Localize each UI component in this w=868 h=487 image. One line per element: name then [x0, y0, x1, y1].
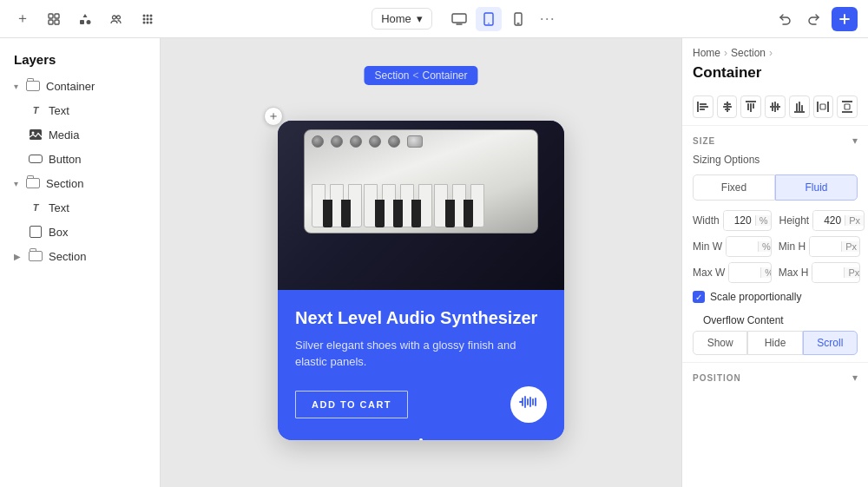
- overflow-scroll-button[interactable]: Scroll: [803, 331, 858, 355]
- page-name: Home: [381, 12, 411, 25]
- layer-text1[interactable]: T Text: [0, 98, 160, 122]
- size-section-chevron[interactable]: ▾: [852, 135, 858, 147]
- min-w-label: Min W: [693, 240, 722, 253]
- min-h-input-wrap: Px: [809, 236, 860, 257]
- svg-rect-45: [820, 104, 825, 109]
- min-h-input[interactable]: [810, 237, 841, 256]
- pages-icon[interactable]: [42, 7, 66, 31]
- position-section-chevron[interactable]: ▾: [852, 372, 858, 384]
- overflow-hide-button[interactable]: Hide: [747, 331, 802, 355]
- max-h-label: Max H: [779, 267, 809, 279]
- knob: [388, 135, 400, 148]
- add-to-cart-button[interactable]: ADD TO CART: [295, 391, 408, 418]
- breadcrumb-home[interactable]: Home: [693, 47, 720, 59]
- max-w-input-wrap: %: [728, 262, 771, 283]
- distribute-h-button[interactable]: [813, 95, 834, 118]
- svg-rect-17: [452, 14, 466, 23]
- svg-rect-33: [750, 103, 752, 112]
- card[interactable]: Next Level Audio Synthesizer Silver eleg…: [278, 121, 564, 440]
- overflow-options-row: Show Hide Scroll: [682, 329, 868, 362]
- svg-point-14: [143, 21, 146, 23]
- publish-settings-icon[interactable]: [832, 7, 858, 31]
- svg-rect-23: [697, 102, 699, 112]
- layer-media[interactable]: Media: [0, 122, 160, 147]
- min-w-input[interactable]: [727, 237, 758, 256]
- apps-icon[interactable]: [135, 7, 160, 31]
- overflow-label-row: Overflow Content: [682, 308, 868, 329]
- svg-rect-38: [777, 103, 779, 110]
- layer-container[interactable]: ▾ Container: [0, 74, 160, 98]
- desktop-view-icon[interactable]: [446, 7, 472, 31]
- layer-label-box: Box: [49, 226, 68, 239]
- more-options-icon[interactable]: ···: [535, 7, 561, 31]
- folder-icon-section1: [25, 175, 41, 191]
- svg-point-19: [488, 23, 490, 24]
- topbar-left: ＋: [10, 7, 160, 31]
- knob: [331, 135, 343, 148]
- layer-arrow-section2: ▶: [14, 252, 21, 261]
- svg-point-7: [117, 16, 121, 19]
- align-center-h-button[interactable]: [717, 95, 738, 118]
- min-w-input-wrap: %: [726, 236, 772, 257]
- layer-box[interactable]: Box: [0, 220, 160, 244]
- align-middle-v-button[interactable]: [765, 95, 786, 118]
- layer-section2[interactable]: ▶ Section: [0, 244, 160, 268]
- breadcrumb-section[interactable]: Section: [731, 47, 766, 59]
- max-w-input[interactable]: [729, 263, 760, 282]
- main-layout: Layers ▾ Container T Text Media Button ▾…: [0, 38, 868, 487]
- undo-icon[interactable]: [773, 7, 797, 31]
- scale-checkbox[interactable]: ✓: [693, 291, 705, 303]
- black-key: [341, 200, 351, 227]
- svg-rect-1: [55, 14, 59, 18]
- breadcrumb-container: Container: [423, 69, 468, 82]
- position-section-label: POSITION: [693, 373, 741, 383]
- distribute-v-button[interactable]: [837, 95, 858, 118]
- max-w-label: Max W: [693, 267, 725, 279]
- right-panel: Home › Section › Container: [681, 38, 868, 487]
- layer-section1[interactable]: ▾ Section: [0, 171, 160, 195]
- components-icon[interactable]: [73, 7, 97, 31]
- card-wrapper: ＋: [278, 121, 564, 440]
- svg-rect-47: [842, 111, 852, 113]
- height-input[interactable]: [813, 211, 845, 230]
- align-bottom-button[interactable]: [789, 95, 810, 118]
- align-left-button[interactable]: [693, 95, 713, 118]
- fixed-sizing-button[interactable]: Fixed: [693, 174, 775, 201]
- black-key: [375, 200, 385, 227]
- layer-button[interactable]: Button: [0, 147, 160, 171]
- align-top-button[interactable]: [740, 95, 761, 118]
- width-height-row: Width % Height Px: [682, 207, 868, 234]
- text-icon-1: T: [28, 102, 43, 118]
- scale-proportionally-row[interactable]: ✓ Scale proportionally: [682, 286, 868, 308]
- breadcrumb-section: Section: [374, 69, 409, 82]
- fluid-sizing-button[interactable]: Fluid: [775, 174, 858, 201]
- mobile-view-icon[interactable]: [505, 7, 531, 31]
- overflow-show-button[interactable]: Show: [693, 331, 747, 355]
- page-selector[interactable]: Home ▾: [372, 8, 432, 30]
- handle-bottom-center[interactable]: [418, 437, 424, 440]
- canvas-area[interactable]: Section < Container ＋: [161, 38, 681, 487]
- knob: [350, 135, 362, 148]
- layer-text2[interactable]: T Text: [0, 195, 160, 220]
- layer-label-section1: Section: [46, 177, 83, 190]
- tablet-view-icon[interactable]: [476, 7, 502, 31]
- collab-icon[interactable]: [104, 7, 128, 31]
- layers-panel: Layers ▾ Container T Text Media Button ▾…: [0, 38, 161, 487]
- svg-rect-32: [747, 103, 749, 110]
- topbar: ＋ Home ▾ ···: [0, 0, 868, 38]
- add-icon[interactable]: ＋: [10, 7, 35, 31]
- redo-icon[interactable]: [802, 7, 826, 31]
- svg-point-5: [87, 20, 91, 24]
- min-w-unit: %: [758, 241, 772, 252]
- max-h-input[interactable]: [812, 263, 844, 282]
- width-unit: %: [755, 215, 772, 226]
- max-h-group: Max H Px: [779, 262, 860, 283]
- svg-rect-36: [772, 102, 773, 111]
- handle-bottom-right[interactable]: [561, 437, 564, 440]
- width-input[interactable]: [724, 211, 755, 230]
- section-container-breadcrumb[interactable]: Section < Container: [364, 66, 477, 85]
- handle-bottom-left[interactable]: [278, 437, 281, 440]
- layer-label-container: Container: [46, 80, 95, 93]
- width-input-wrap: %: [723, 210, 773, 231]
- black-key: [393, 200, 403, 227]
